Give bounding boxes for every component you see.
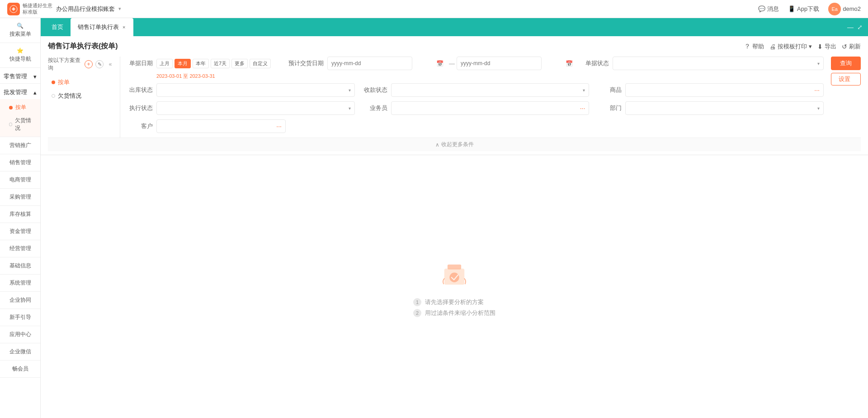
sidebar-item-operations[interactable]: 经营管理 [0, 240, 40, 257]
header-right: 💬 消息 📱 App下载 Ea demo2 [758, 3, 861, 15]
tab-bar: 首页 销售订单执行表 × — ⤢ [41, 18, 868, 36]
dept-control: ▾ [625, 101, 824, 115]
query-button[interactable]: 查询 [831, 57, 861, 70]
user-menu[interactable]: Ea demo2 [828, 3, 861, 15]
dept-arrow-icon: ▾ [817, 106, 820, 111]
sidebar-sub-item-按单[interactable]: 按单 [4, 101, 37, 114]
customer-dropdown[interactable]: ··· [156, 119, 286, 133]
sidebar-item-system[interactable]: 系统管理 [0, 275, 40, 292]
top-header: 畅捷通好生意 标准版 办公用品行业模拟账套 ▾ 💬 消息 📱 App下载 Ea … [0, 0, 868, 18]
date-btn-last-7[interactable]: 近7天 [211, 59, 230, 68]
message-action[interactable]: 💬 消息 [758, 5, 779, 13]
date-btn-custom[interactable]: 自定义 [250, 59, 271, 68]
download-icon: 📱 [788, 5, 795, 12]
export-action[interactable]: ⬇ 导出 [817, 43, 836, 51]
sidebar-item-wechat[interactable]: 企业微信 [0, 343, 40, 361]
sidebar-item-finance[interactable]: 资金管理 [0, 223, 40, 240]
receipt-status-dropdown[interactable]: ▾ [391, 83, 590, 97]
breadcrumb-text: 办公用品行业模拟账套 [56, 5, 115, 13]
sidebar-item-appcenter[interactable]: 应用中心 [0, 326, 40, 343]
collapse-bar[interactable]: ∧ 收起更多条件 [48, 138, 861, 151]
filter-row-3: 执行状态 ▾ [127, 101, 824, 115]
date-label: 单据日期 [127, 59, 153, 67]
sidebar-item-purchase[interactable]: 采购管理 [0, 189, 40, 206]
filter-field-salesperson: 业务员 ··· [362, 101, 590, 115]
filter-row-1: 单据日期 上月 本月 本年 近7天 更多 [127, 57, 824, 70]
tab-bar-actions: — ⤢ [847, 24, 868, 31]
expected-date-to-input[interactable] [457, 57, 542, 70]
dept-dropdown[interactable]: ▾ [625, 101, 824, 115]
sidebar-quick-nav[interactable]: ⭐ 快捷导航 [0, 43, 40, 68]
receipt-status-arrow-icon: ▾ [583, 88, 585, 93]
dept-label: 部门 [596, 104, 622, 112]
sidebar-item-enterprise[interactable]: 企业协同 [0, 292, 40, 309]
scheme-item-shortage[interactable]: 欠货情况 [48, 89, 114, 103]
calendar-to-icon: 📅 [566, 60, 573, 67]
goods-label: 商品 [596, 86, 622, 94]
tab-minimize-icon[interactable]: — [847, 24, 854, 31]
order-status-label: 单据状态 [584, 59, 609, 67]
tab-maximize-icon[interactable]: ⤢ [857, 24, 863, 31]
salesperson-dropdown[interactable]: ··· [391, 101, 590, 115]
logo-area: 畅捷通好生意 标准版 [7, 3, 52, 15]
date-quick-btns: 上月 本月 本年 近7天 更多 自定义 [156, 59, 281, 68]
scheme-collapse-button[interactable]: « [106, 60, 114, 68]
goods-more-icon[interactable]: ··· [814, 86, 820, 94]
retail-arrow-icon: ▾ [33, 73, 37, 80]
sidebar-item-newbie[interactable]: 新手引导 [0, 309, 40, 326]
sidebar-item-wholesale[interactable]: 批发管理 ▴ [0, 84, 40, 99]
salesperson-more-icon[interactable]: ··· [580, 104, 585, 112]
customer-more-icon[interactable]: ··· [276, 123, 282, 130]
tab-close-icon[interactable]: × [122, 24, 126, 30]
breadcrumb-arrow[interactable]: ▾ [118, 6, 121, 12]
sidebar-sub-item-欠货情况[interactable]: 欠货情况 [4, 114, 37, 135]
sidebar-item-sales[interactable]: 销售管理 [0, 154, 40, 171]
goods-dropdown[interactable]: ··· [625, 83, 824, 97]
out-status-dropdown[interactable]: ▾ [156, 83, 355, 97]
filter-buttons: 查询 设置 [827, 57, 861, 86]
scheme-add-button[interactable]: + [85, 60, 93, 68]
receipt-status-control: ▾ [391, 83, 590, 97]
star-icon: ⭐ [17, 48, 24, 54]
empty-dot-icon [9, 123, 12, 126]
help-action[interactable]: ？ 帮助 [744, 43, 764, 51]
filter-field-goods: 商品 ··· [596, 83, 824, 97]
app-download-action[interactable]: 📱 App下载 [788, 5, 819, 13]
sidebar-item-member[interactable]: 畅会员 [0, 361, 40, 378]
page-content: 销售订单执行表(按单) ？ 帮助 🖨 按模板打印 ▾ ⬇ [41, 36, 868, 418]
sidebar-item-ecommerce[interactable]: 电商管理 [0, 171, 40, 189]
date-btn-this-year[interactable]: 本年 [193, 59, 209, 68]
filter-row-2: 出库状态 ▾ [127, 83, 824, 97]
date-btn-this-month[interactable]: 本月 [175, 59, 191, 68]
customer-control: ··· [156, 119, 286, 133]
filter-row-4: 客户 ··· [127, 119, 824, 133]
scheme-edit-button[interactable]: ✎ [95, 60, 104, 68]
print-action[interactable]: 🖨 按模板打印 ▾ [769, 43, 812, 51]
empty-step-2: 2 用过滤条件来缩小分析范围 [413, 309, 495, 317]
sidebar-item-inventory[interactable]: 库存核算 [0, 206, 40, 223]
sidebar-section-wholesale: 批发管理 ▴ 按单 欠货情况 [0, 84, 40, 137]
scheme-panel: 按以下方案查询 + ✎ « 按单 欠货情况 [48, 57, 120, 138]
sidebar-item-retail[interactable]: 零售管理 ▾ [0, 68, 40, 83]
date-btn-last-month[interactable]: 上月 [156, 59, 173, 68]
filter-field-expected-date: 预计交货日期 📅 — [288, 57, 576, 70]
date-btn-more[interactable]: 更多 [231, 59, 248, 68]
sidebar-search-menu[interactable]: 🔍 搜索菜单 [0, 18, 40, 43]
sidebar-item-marketing[interactable]: 营销推广 [0, 137, 40, 154]
filter-field-order-status: 单据状态 ▾ [584, 57, 824, 70]
expected-date-from-input[interactable] [327, 57, 412, 70]
exec-status-dropdown[interactable]: ▾ [156, 101, 355, 115]
scheme-item-by-order[interactable]: 按单 [48, 76, 114, 89]
wholesale-submenu: 按单 欠货情况 [0, 99, 40, 137]
date-range-display: 2023-03-01 至 2023-03-31 [127, 73, 824, 80]
salesperson-control: ··· [391, 101, 590, 115]
tab-home[interactable]: 首页 [44, 18, 71, 36]
refresh-action[interactable]: ↺ 刷新 [842, 43, 861, 51]
scheme-panel-label: 按以下方案查询 [48, 57, 82, 72]
tab-sales-order[interactable]: 销售订单执行表 × [71, 18, 133, 36]
date-range-text: 2023-03-01 至 2023-03-31 [156, 73, 215, 80]
collapse-arrow-icon: ∧ [435, 142, 439, 148]
sidebar-item-basic[interactable]: 基础信息 [0, 257, 40, 275]
order-status-dropdown[interactable]: ▾ [613, 57, 824, 70]
settings-button[interactable]: 设置 [831, 73, 861, 86]
